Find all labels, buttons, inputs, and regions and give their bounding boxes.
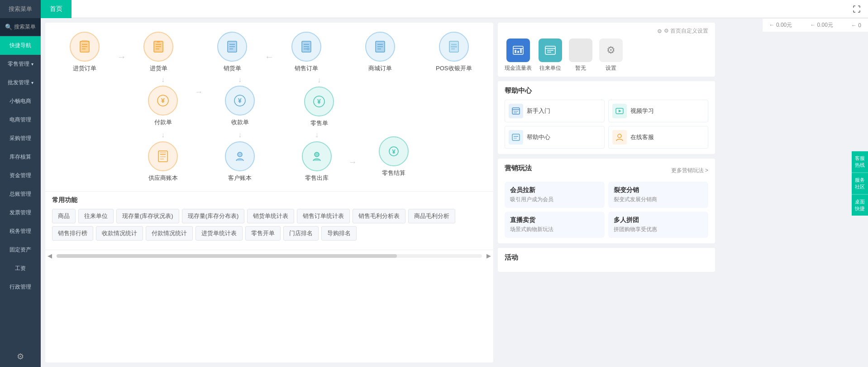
scroll-row: ◀ ▶ bbox=[45, 250, 493, 261]
sidebar-item-admin[interactable]: 行政管理 bbox=[0, 278, 41, 296]
sidebar-item-ledger[interactable]: 总账管理 bbox=[0, 185, 41, 203]
common-func-title: 常用功能 bbox=[52, 196, 486, 204]
sidebar-item-purchase[interactable]: 采购管理 bbox=[0, 129, 41, 148]
svg-point-58 bbox=[618, 134, 621, 138]
qa-none-item[interactable]: 暂无 bbox=[569, 39, 592, 72]
help-item-beginner[interactable]: 新手入门 bbox=[505, 100, 605, 122]
sidebar-item-invoice[interactable]: 发票管理 bbox=[0, 203, 41, 222]
svg-rect-35 bbox=[160, 152, 166, 154]
svg-text:¥: ¥ bbox=[392, 148, 396, 155]
func-btn-sales-order-stat[interactable]: 销售订单统计表 bbox=[297, 209, 350, 223]
activity-title: 活动 bbox=[505, 253, 708, 262]
customer-account-icon bbox=[225, 141, 255, 171]
sidebar-item-finance[interactable]: 资金管理 bbox=[0, 166, 41, 185]
sidebar-item-quick-nav[interactable]: 快捷导航 bbox=[0, 36, 41, 55]
sidebar-item-ecom-small[interactable]: 小畅电商 bbox=[0, 92, 41, 111]
node-purchase-order[interactable]: 进货订单 bbox=[54, 32, 115, 72]
community-button[interactable]: 服务社区 bbox=[852, 173, 868, 194]
mall-order-icon bbox=[365, 32, 395, 62]
wholesale-arrow-icon: ▾ bbox=[31, 80, 33, 85]
node-mall-order[interactable]: 商城订单 bbox=[350, 32, 410, 72]
bottom-stat-2: ← 0.00元 bbox=[810, 21, 833, 29]
qa-partners-item[interactable]: 往来单位 bbox=[539, 39, 562, 72]
online-service-icon bbox=[612, 130, 627, 145]
node-pos[interactable]: POS收银开单 bbox=[424, 32, 484, 72]
sidebar-item-retail[interactable]: 零售管理 ▾ bbox=[0, 55, 41, 73]
arrow-sales-to-receipt: ↓ bbox=[238, 76, 242, 83]
func-btn-sales-stat[interactable]: 销货单统计表 bbox=[247, 209, 294, 223]
func-btn-goods[interactable]: 商品 bbox=[52, 209, 76, 223]
mkt-item-live[interactable]: 直播卖货 场景式购物新玩法 bbox=[505, 212, 605, 238]
sidebar-item-inventory[interactable]: 库存核算 bbox=[0, 148, 41, 166]
retail-outbound-icon bbox=[302, 141, 332, 171]
func-btn-guide-rank[interactable]: 导购排名 bbox=[321, 226, 357, 241]
top-bar: 搜索菜单 首页 bbox=[0, 0, 868, 18]
more-marketing-link[interactable]: 更多营销玩法 > bbox=[671, 167, 708, 174]
activity-section: 活动 bbox=[498, 248, 715, 272]
helpcenter-icon bbox=[509, 130, 523, 145]
fullscreen-button[interactable] bbox=[850, 2, 863, 16]
bottom-bar: ← 0.00元 ← 0.00元 ← 0 bbox=[763, 18, 868, 32]
mkt-item-fission[interactable]: 裂变分销 裂变式发展分销商 bbox=[608, 182, 708, 208]
app-container: 搜索菜单 首页 🔍 搜索菜单 快捷导航 零售管理 ▾ bbox=[0, 0, 868, 367]
arrow-purchase-to-payment: ↓ bbox=[161, 76, 165, 83]
bottom-stat-3: ← 0 bbox=[851, 22, 861, 29]
func-btn-goods-margin[interactable]: 商品毛利分析 bbox=[408, 209, 455, 223]
node-purchase[interactable]: 进货单 bbox=[128, 32, 189, 72]
help-item-center[interactable]: 帮助中心 bbox=[505, 126, 605, 149]
partners-icon-box bbox=[539, 39, 562, 62]
sidebar-item-fixed-assets[interactable]: 固定资产 bbox=[0, 241, 41, 259]
arrow-sales-order-to-sales: ← bbox=[263, 43, 276, 62]
customer-service-button[interactable]: 客服热线 bbox=[852, 151, 868, 173]
svg-rect-23 bbox=[451, 46, 457, 48]
func-btn-retail-order[interactable]: 零售开单 bbox=[245, 226, 281, 241]
sidebar-item-ecom-mgmt[interactable]: 电商管理 bbox=[0, 111, 41, 129]
gear-icon: ⚙ bbox=[657, 28, 662, 34]
qa-settings-item[interactable]: ⚙ 设置 bbox=[599, 39, 623, 72]
sidebar-item-wholesale[interactable]: 批发管理 ▾ bbox=[0, 73, 41, 92]
sales-icon bbox=[217, 32, 247, 62]
scroll-left-button[interactable]: ◀ bbox=[45, 252, 54, 259]
sidebar-search[interactable]: 🔍 搜索菜单 bbox=[0, 18, 41, 36]
search-menu-button[interactable]: 搜索菜单 bbox=[0, 0, 41, 18]
supplier-account-icon bbox=[148, 141, 178, 171]
scroll-right-button[interactable]: ▶ bbox=[484, 252, 493, 259]
left-panel: 进货订单 → 进货单 bbox=[45, 23, 493, 362]
func-btn-purchase-stat[interactable]: 进货单统计表 bbox=[196, 226, 243, 241]
desktop-shortcut-button[interactable]: 桌面快捷 bbox=[852, 194, 868, 216]
function-buttons-grid: 商品 往来单位 现存量(库存状况表) 现存量(库存分布表) 销货单统计表 销售订… bbox=[52, 209, 486, 241]
sidebar-settings-button[interactable]: ⚙ bbox=[0, 346, 41, 367]
func-btn-sales-rank[interactable]: 销售排行榜 bbox=[52, 226, 93, 241]
mkt-item-group-buy[interactable]: 多人拼团 拼团购物享受优惠 bbox=[608, 212, 708, 238]
sidebar-item-payroll[interactable]: 工资 bbox=[0, 259, 41, 278]
func-btn-store-rank[interactable]: 门店排名 bbox=[283, 226, 319, 241]
help-item-video[interactable]: 视频学习 bbox=[608, 100, 708, 122]
func-btn-sales-margin[interactable]: 销售毛利分析表 bbox=[353, 209, 405, 223]
video-icon bbox=[612, 104, 627, 118]
workflow-row-3: ↓ 供应商账本 ↓ 客户 bbox=[54, 131, 484, 182]
sales-order-icon bbox=[291, 32, 321, 62]
func-btn-payment-stat[interactable]: 付款情况统计 bbox=[146, 226, 193, 241]
right-panel: ⚙ ⚙ 首页自定义设置 现金流量表 bbox=[498, 23, 715, 362]
cashflow-icon-box bbox=[506, 39, 530, 62]
func-btn-stock-status[interactable]: 现存量(库存状况表) bbox=[116, 209, 179, 223]
bottom-stat-1: ← 0.00元 bbox=[769, 21, 792, 29]
scroll-thumb bbox=[57, 254, 397, 258]
arrow-purchase-order-to-purchase: → bbox=[115, 43, 128, 62]
sidebar-item-tax[interactable]: 税务管理 bbox=[0, 222, 41, 241]
payment-icon: ¥ bbox=[148, 86, 178, 116]
func-btn-partners[interactable]: 往来单位 bbox=[78, 209, 114, 223]
func-btn-receipt-stat[interactable]: 收款情况统计 bbox=[96, 226, 143, 241]
purchase-icon bbox=[143, 32, 173, 62]
help-item-online-service[interactable]: 在线客服 bbox=[608, 126, 708, 149]
customize-settings-button[interactable]: ⚙ ⚙ 首页自定义设置 bbox=[505, 27, 708, 35]
func-btn-stock-dist[interactable]: 现存量(库存分布表) bbox=[182, 209, 245, 223]
node-sales[interactable]: 销货单 bbox=[202, 32, 262, 72]
pos-icon bbox=[439, 32, 469, 62]
svg-point-16 bbox=[307, 48, 310, 50]
mkt-item-member[interactable]: 会员拉新 吸引用户成为会员 bbox=[505, 182, 605, 208]
home-tab[interactable]: 首页 bbox=[41, 0, 72, 18]
scroll-bar[interactable] bbox=[57, 254, 482, 258]
node-sales-order[interactable]: 销售订单 bbox=[276, 32, 336, 72]
qa-cashflow-item[interactable]: 现金流量表 bbox=[505, 39, 532, 72]
